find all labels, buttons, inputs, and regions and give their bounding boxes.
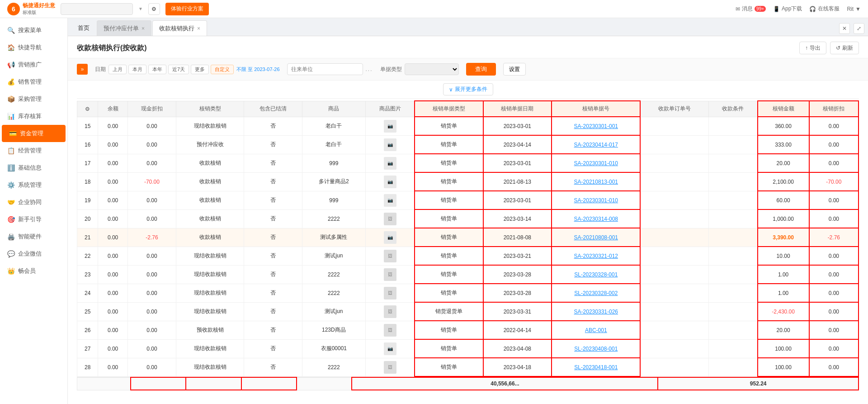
cell-verify-doc-no[interactable]: SA-20230301-010 bbox=[552, 154, 640, 172]
messages-button[interactable]: ✉ 消息 99+ bbox=[736, 5, 766, 13]
sidebar-label-weixin: 企业微信 bbox=[18, 250, 42, 258]
cell-verify-doc-no[interactable]: SA-20230414-017 bbox=[552, 135, 640, 154]
cell-receipt-order-no bbox=[640, 358, 708, 376]
custom-date-btn[interactable]: 自定义 bbox=[211, 65, 234, 74]
cell-verify-discount: 0.00 bbox=[809, 154, 859, 172]
cell-goods-img: 📷 bbox=[366, 228, 415, 247]
last-month-btn[interactable]: 上月 bbox=[108, 65, 127, 74]
cell-receipt-order-no bbox=[640, 339, 708, 358]
cell-verify-type: 收款核销 bbox=[176, 172, 244, 191]
this-month-btn[interactable]: 本月 bbox=[128, 65, 146, 74]
this-year-btn[interactable]: 本年 bbox=[148, 65, 166, 74]
cell-balance: 0.00 bbox=[98, 228, 127, 247]
cell-verify-doc-type: 销货单 bbox=[415, 154, 483, 172]
tab-prepay[interactable]: 预付冲应付单 × bbox=[97, 20, 151, 36]
footer-verify-discount: 952.24 bbox=[658, 377, 859, 390]
gear-button[interactable]: ⚙ bbox=[148, 3, 160, 15]
cell-verify-amount: 20.00 bbox=[758, 154, 809, 172]
sidebar-item-system[interactable]: ⚙️ 系统管理 bbox=[0, 176, 67, 194]
expand-conditions-button[interactable]: ∨ 展开更多条件 bbox=[443, 83, 493, 95]
cell-verify-doc-no[interactable]: SA-20230321-012 bbox=[552, 247, 640, 265]
tab-close-all-button[interactable]: ✕ bbox=[839, 23, 850, 34]
table-header-row: ⚙ 余额 现金折扣 核销类型 包含已结清 商品 商品图片 核销单据类型 核销单据… bbox=[77, 101, 859, 117]
cell-verify-amount: 360.00 bbox=[758, 117, 809, 135]
expand-icon: ∨ bbox=[449, 86, 453, 93]
edition-label: 标准版 bbox=[23, 10, 55, 16]
sidebar-item-marketing[interactable]: 📢 营销推广 bbox=[0, 56, 67, 73]
finance-icon: 💳 bbox=[9, 130, 16, 137]
table-container[interactable]: ∨ 展开更多条件 ⚙ 余额 现金折扣 核销类型 包含已结清 bbox=[68, 81, 868, 404]
prepay-tab-close[interactable]: × bbox=[142, 25, 145, 32]
cell-balance: 0.00 bbox=[98, 321, 127, 339]
sidebar-label-system: 系统管理 bbox=[18, 181, 42, 189]
cell-verify-doc-type: 销货单 bbox=[415, 191, 483, 209]
filter-settings-button[interactable]: 设置 bbox=[503, 63, 526, 76]
sidebar-item-finance[interactable]: 💳 资金管理 bbox=[2, 125, 66, 142]
voucher-type-select[interactable] bbox=[405, 63, 459, 75]
verification-tab-close[interactable]: × bbox=[197, 25, 200, 32]
cell-verify-doc-no[interactable]: ABC-001 bbox=[552, 321, 640, 339]
cell-goods: 衣服00001 bbox=[302, 339, 365, 358]
table-row: 28 0.00 0.00 现结收款核销 否 2222 🖼 销货单 2023-04… bbox=[77, 358, 859, 376]
dropdown-arrow-icon[interactable]: ▼ bbox=[138, 6, 143, 11]
query-button[interactable]: 查询 bbox=[466, 63, 496, 76]
voucher-type-label: 单据类型 bbox=[380, 66, 402, 73]
sidebar-item-member[interactable]: 👑 畅会员 bbox=[0, 262, 67, 280]
user-menu[interactable]: Rit ▼ bbox=[847, 6, 861, 12]
online-service-button[interactable]: 🎧 在线客服 bbox=[809, 5, 840, 13]
tab-expand-button[interactable]: ⤢ bbox=[854, 23, 864, 34]
cell-verify-doc-no[interactable]: SA-20230301-010 bbox=[552, 191, 640, 209]
industry-solution-button[interactable]: 体验行业方案 bbox=[165, 3, 209, 15]
cell-verify-doc-type: 销货单 bbox=[415, 228, 483, 247]
cell-verify-type: 预收款核销 bbox=[176, 321, 244, 339]
sidebar-item-basic[interactable]: ℹ️ 基础信息 bbox=[0, 159, 67, 176]
search-input[interactable] bbox=[61, 3, 133, 15]
sidebar-item-collab[interactable]: 🤝 企业协同 bbox=[0, 194, 67, 211]
cell-verify-type: 收款核销 bbox=[176, 191, 244, 209]
cell-verify-doc-no[interactable]: SA-20230314-008 bbox=[552, 209, 640, 228]
search-icon: 🔍 bbox=[7, 27, 14, 34]
sidebar-item-quicknav[interactable]: 🏠 快捷导航 bbox=[0, 39, 67, 56]
cell-verify-doc-no[interactable]: SA-20230331-026 bbox=[552, 302, 640, 321]
sidebar-item-weixin[interactable]: 💬 企业微信 bbox=[0, 245, 67, 262]
more-date-btn[interactable]: 更多 bbox=[191, 65, 209, 74]
user-dropdown-icon: ▼ bbox=[855, 6, 861, 12]
cell-goods: 999 bbox=[302, 154, 365, 172]
cell-verify-doc-no[interactable]: SL-20230328-001 bbox=[552, 265, 640, 284]
filter-bar: » 日期 上月 本月 本年 近7天 更多 自定义 不限 至 2023-07-26 bbox=[68, 58, 868, 81]
cell-receipt-condition bbox=[708, 228, 757, 247]
sidebar-item-operations[interactable]: 📋 经营管理 bbox=[0, 142, 67, 159]
cell-receipt-condition bbox=[708, 321, 757, 339]
col-cash-discount: 现金折扣 bbox=[127, 101, 176, 117]
cell-receipt-condition bbox=[708, 247, 757, 265]
cell-receipt-order-no bbox=[640, 135, 708, 154]
last-7days-btn[interactable]: 近7天 bbox=[168, 65, 189, 74]
cell-verify-doc-no[interactable]: SL-20230408-001 bbox=[552, 339, 640, 358]
cell-verify-doc-no[interactable]: SL-20230328-002 bbox=[552, 284, 640, 302]
sidebar-label-collab: 企业协同 bbox=[18, 198, 42, 206]
app-download-button[interactable]: 📱 App下载 bbox=[773, 5, 802, 13]
cell-include-settled: 否 bbox=[244, 191, 302, 209]
tab-verification[interactable]: 收款核销执行 × bbox=[152, 20, 207, 36]
sidebar-item-hardware[interactable]: 🖨️ 智能硬件 bbox=[0, 228, 67, 245]
cell-balance: 0.00 bbox=[98, 265, 127, 284]
counterpart-input[interactable] bbox=[287, 63, 363, 75]
cell-verify-doc-no[interactable]: SL-20230418-001 bbox=[552, 358, 640, 376]
export-button[interactable]: ↑ 导出 bbox=[799, 42, 826, 54]
refresh-button[interactable]: ↺ 刷新 bbox=[830, 42, 859, 54]
sidebar-item-purchase[interactable]: 📦 采购管理 bbox=[0, 90, 67, 108]
filter-toggle-button[interactable]: » bbox=[77, 64, 88, 75]
cell-verify-doc-no[interactable]: SA-20210808-001 bbox=[552, 228, 640, 247]
sidebar-item-search[interactable]: 🔍 搜索菜单 bbox=[0, 22, 67, 39]
goods-image: 🖼 bbox=[384, 361, 396, 374]
cell-verify-doc-type: 销货单 bbox=[415, 247, 483, 265]
sidebar-item-sales[interactable]: 💰 销售管理 bbox=[0, 73, 67, 90]
sidebar-item-inventory[interactable]: 📊 库存核算 bbox=[0, 108, 67, 125]
cell-verify-doc-no[interactable]: SA-20230301-001 bbox=[552, 117, 640, 135]
cell-verify-doc-date: 2023-04-08 bbox=[483, 339, 552, 358]
sidebar-item-guide[interactable]: 🎯 新手引导 bbox=[0, 211, 67, 228]
tab-home[interactable]: 首页 bbox=[71, 20, 96, 36]
cell-verify-discount: -2.76 bbox=[809, 228, 859, 247]
cell-id: 21 bbox=[77, 228, 98, 247]
cell-verify-doc-no[interactable]: SA-20210813-001 bbox=[552, 172, 640, 191]
